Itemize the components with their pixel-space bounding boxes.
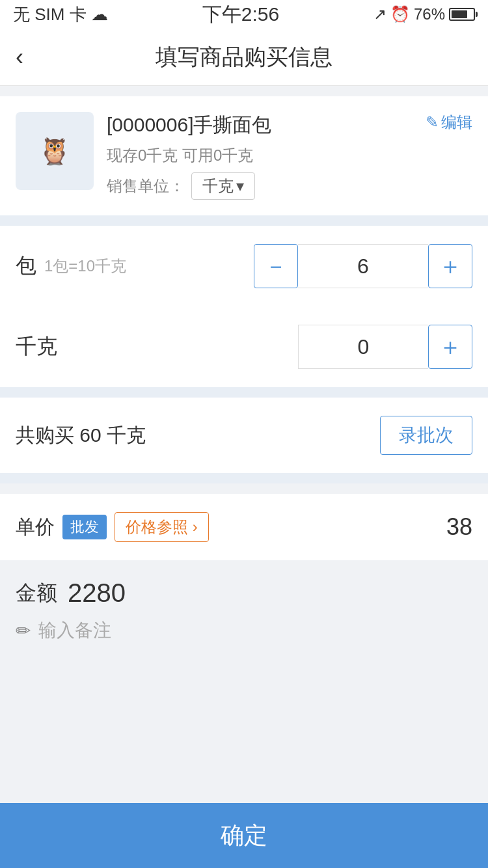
status-left: 无 SIM 卡 ☁ bbox=[13, 3, 108, 26]
nav-bar: ‹ 填写商品购买信息 bbox=[0, 29, 488, 86]
status-time: 下午2:56 bbox=[202, 1, 279, 28]
product-thumbnail: 🦉 bbox=[38, 136, 71, 167]
price-label-group: 单价 批发 价格参照 › bbox=[16, 512, 209, 542]
product-name: [0000006]手撕面包 bbox=[107, 112, 472, 139]
location-icon: ↗ bbox=[373, 5, 386, 23]
page-title: 填写商品购买信息 bbox=[156, 42, 332, 72]
kg-input-section: 千克 ＋ bbox=[0, 306, 488, 387]
package-plus-button[interactable]: ＋ bbox=[428, 244, 472, 288]
product-image: 🦉 bbox=[16, 112, 94, 190]
status-bar: 无 SIM 卡 ☁ 下午2:56 ↗ ⏰ 76% bbox=[0, 0, 488, 29]
unit-chevron-icon: ▾ bbox=[236, 177, 244, 195]
price-ref-button[interactable]: 价格参照 › bbox=[115, 512, 209, 542]
battery-icon bbox=[449, 8, 475, 21]
unit-label: 销售单位： bbox=[107, 176, 185, 197]
edit-label: 编辑 bbox=[441, 112, 472, 133]
section-divider-2 bbox=[0, 387, 488, 398]
confirm-button[interactable]: 确定 bbox=[0, 803, 488, 868]
section-divider-1 bbox=[0, 215, 488, 226]
section-divider-3 bbox=[0, 473, 488, 483]
kg-input-row: 千克 ＋ bbox=[16, 306, 472, 387]
kg-controls: ＋ bbox=[298, 325, 472, 369]
amount-value: 2280 bbox=[68, 578, 126, 608]
package-controls: － ＋ bbox=[254, 244, 472, 288]
remark-row[interactable]: ✏ 输入备注 bbox=[16, 618, 472, 643]
package-input-row: 包 1包=10千克 － ＋ bbox=[16, 226, 472, 306]
edit-icon: ✎ bbox=[426, 113, 439, 131]
unit-value: 千克 bbox=[202, 176, 234, 197]
battery-text: 76% bbox=[414, 5, 445, 23]
package-minus-button[interactable]: － bbox=[254, 244, 298, 288]
price-type-badge: 批发 bbox=[62, 515, 107, 539]
alarm-icon: ⏰ bbox=[390, 5, 410, 23]
price-label: 单价 bbox=[16, 514, 55, 541]
package-hint: 1包=10千克 bbox=[44, 256, 126, 277]
package-input[interactable] bbox=[298, 244, 428, 288]
package-label: 包 1包=10千克 bbox=[16, 252, 126, 280]
signal-text: 无 SIM 卡 ☁ bbox=[13, 3, 108, 26]
product-info: [0000006]手撕面包 现存0千克 可用0千克 销售单位： 千克 ▾ bbox=[107, 112, 472, 200]
product-unit-row: 销售单位： 千克 ▾ bbox=[107, 172, 472, 200]
product-card: 🦉 [0000006]手撕面包 现存0千克 可用0千克 销售单位： 千克 ▾ ✎… bbox=[0, 96, 488, 215]
amount-label: 金额 bbox=[16, 579, 57, 608]
price-section: 单价 批发 价格参照 › 38 bbox=[0, 494, 488, 560]
pencil-icon: ✏ bbox=[16, 620, 31, 642]
product-stock: 现存0千克 可用0千克 bbox=[107, 145, 472, 166]
remark-placeholder: 输入备注 bbox=[38, 618, 111, 643]
amount-row: 金额 2280 bbox=[16, 578, 472, 608]
unit-select[interactable]: 千克 ▾ bbox=[191, 172, 255, 200]
package-input-section: 包 1包=10千克 － ＋ bbox=[0, 226, 488, 306]
back-button[interactable]: ‹ bbox=[16, 44, 23, 71]
kg-label: 千克 bbox=[16, 332, 57, 361]
batch-button[interactable]: 录批次 bbox=[380, 416, 472, 455]
kg-label-text: 千克 bbox=[16, 332, 57, 361]
amount-section: 金额 2280 ✏ 输入备注 bbox=[0, 560, 488, 653]
kg-input[interactable] bbox=[298, 325, 428, 369]
edit-button[interactable]: ✎ 编辑 bbox=[426, 112, 472, 133]
status-right: ↗ ⏰ 76% bbox=[373, 5, 475, 23]
summary-section: 共购买 60 千克 录批次 bbox=[0, 398, 488, 473]
kg-plus-button[interactable]: ＋ bbox=[428, 325, 472, 369]
summary-text: 共购买 60 千克 bbox=[16, 422, 146, 449]
package-label-text: 包 bbox=[16, 252, 36, 280]
price-value: 38 bbox=[446, 513, 472, 541]
